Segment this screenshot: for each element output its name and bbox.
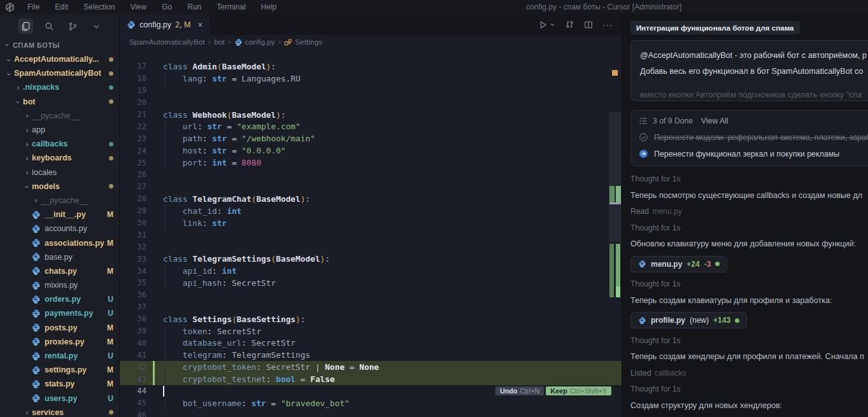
editor-scrollbar-thumb[interactable] bbox=[609, 112, 622, 242]
undo-shortcut: Ctrl+N bbox=[520, 387, 539, 395]
tree-item-app[interactable]: ›app bbox=[0, 123, 119, 137]
code-line[interactable]: 31 bbox=[120, 229, 622, 241]
code-line[interactable]: 37 bbox=[120, 301, 622, 313]
code-line[interactable]: 35 api_hash: SecretStr bbox=[120, 277, 622, 289]
chat-thread-title[interactable]: Интеграция функционала ботов для спама bbox=[630, 21, 800, 34]
code-line[interactable]: 39 token: SecretStr bbox=[120, 325, 622, 337]
tab-config-py[interactable]: config.py 2, M × bbox=[120, 14, 210, 35]
code-line[interactable]: 19 bbox=[120, 85, 622, 97]
code-line[interactable]: 28class TelegramChat(BaseModel): bbox=[120, 193, 622, 205]
code-line[interactable]: 36 bbox=[120, 289, 622, 301]
code-line[interactable]: 32 bbox=[120, 241, 622, 253]
tree-item-stats.py[interactable]: stats.pyM bbox=[0, 377, 119, 391]
git-modified-dot bbox=[109, 142, 113, 146]
code-line[interactable]: 45 bot_username: str = "bravedev_bot" bbox=[120, 397, 622, 409]
split-editor-icon[interactable] bbox=[584, 20, 593, 29]
line-number: 28 bbox=[120, 194, 146, 203]
breadcrumb-item-config.py[interactable]: config.py bbox=[234, 38, 275, 46]
user-message-card[interactable]: @AcceptAutomaticallyBot - это рабочий бо… bbox=[630, 40, 868, 101]
open-changes-icon[interactable] bbox=[565, 20, 574, 29]
tree-item-chats.py[interactable]: chats.pyM bbox=[0, 264, 119, 278]
code-line[interactable]: 34 api_id: int bbox=[120, 265, 622, 277]
file-change-chip[interactable]: profile.py(new)+143 bbox=[630, 312, 747, 329]
keep-button[interactable]: KeepCtrl+Shift+Y bbox=[546, 386, 611, 395]
file-change-chip[interactable]: menu.py+24-3 bbox=[630, 256, 727, 272]
code-line[interactable]: 26 bbox=[120, 169, 622, 181]
menu-file[interactable]: File bbox=[27, 3, 39, 11]
code-line[interactable]: 23 path: str = "/webhook/main" bbox=[120, 132, 622, 145]
breadcrumb-item-spamautomaticallybot[interactable]: SpamAutomaticallyBot bbox=[129, 38, 205, 46]
tree-item-settings.py[interactable]: settings.pyM bbox=[0, 363, 119, 377]
tree-item-label: app bbox=[32, 125, 45, 134]
files-icon[interactable] bbox=[18, 18, 33, 34]
tree-item-posts.py[interactable]: posts.pyM bbox=[0, 321, 119, 335]
tree-item-associations.py[interactable]: associations.pyM bbox=[0, 236, 119, 250]
todo-view-all-link[interactable]: View All bbox=[701, 117, 728, 125]
code-line[interactable]: 41 telegram: TelegramSettings bbox=[120, 349, 622, 361]
breadcrumb-label: bot bbox=[214, 38, 224, 46]
code-area[interactable]: 17class Admin(BaseModel):18 lang: str = … bbox=[120, 60, 622, 417]
search-icon[interactable] bbox=[41, 18, 57, 34]
close-icon[interactable]: × bbox=[197, 20, 203, 30]
code-line[interactable]: 18 lang: str = Languages.RU bbox=[120, 73, 622, 85]
tree-item-rental.py[interactable]: rental.pyU bbox=[0, 349, 119, 363]
source-control-icon[interactable] bbox=[65, 18, 80, 34]
breadcrumb-item-bot[interactable]: bot bbox=[214, 38, 224, 46]
menu-view[interactable]: View bbox=[130, 3, 146, 11]
breadcrumb-item-settings[interactable]: Settings bbox=[284, 38, 322, 46]
tree-item-locales[interactable]: ›locales bbox=[0, 166, 119, 180]
menu-run[interactable]: Run bbox=[187, 3, 201, 11]
code-line[interactable]: 24 host: str = "0.0.0.0" bbox=[120, 145, 622, 157]
tree-item-mixins.py[interactable]: mixins.py bbox=[0, 278, 119, 292]
code-line[interactable]: 44UndoCtrl+NKeepCtrl+Shift+Y bbox=[120, 385, 622, 397]
tree-item-proxies.py[interactable]: proxies.pyM bbox=[0, 335, 119, 349]
menu-selection[interactable]: Selection bbox=[83, 3, 115, 11]
tree-item-bot[interactable]: ›bot bbox=[0, 95, 119, 109]
line-number: 27 bbox=[120, 182, 146, 191]
code-line[interactable]: 30 link: str bbox=[120, 217, 622, 229]
code-line[interactable]: 33class TelegramSettings(BaseModel): bbox=[120, 253, 622, 265]
tree-item-base.py[interactable]: base.py bbox=[0, 250, 119, 264]
code-line[interactable]: 46 bbox=[120, 409, 622, 417]
menu-terminal[interactable]: Terminal bbox=[217, 3, 245, 11]
tree-item-payments.py[interactable]: payments.pyU bbox=[0, 306, 119, 320]
more-actions-icon[interactable]: ··· bbox=[602, 20, 613, 30]
tree-item-__pycache__[interactable]: ›__pycache__ bbox=[0, 194, 119, 208]
tree-item-accounts.py[interactable]: accounts.py bbox=[0, 222, 119, 236]
tree-item-services[interactable]: ›services bbox=[0, 406, 119, 417]
code-line[interactable]: 40 database_url: SecretStr bbox=[120, 337, 622, 349]
tree-item-label: proxies.py bbox=[45, 337, 85, 346]
tree-item-AcceptAutomatically...[interactable]: ›AcceptAutomatically... bbox=[0, 52, 119, 66]
tree-item-users.py[interactable]: users.pyU bbox=[0, 392, 119, 406]
tree-item-orders.py[interactable]: orders.pyU bbox=[0, 292, 119, 306]
code-line[interactable]: 17class Admin(BaseModel): bbox=[120, 60, 622, 73]
tree-item-__pycache__[interactable]: ›__pycache__ bbox=[0, 109, 119, 123]
tree-item-SpamAutomaticallyBot[interactable]: ›SpamAutomaticallyBot bbox=[0, 66, 119, 80]
code-line[interactable]: 38class Settings(BaseSettings): bbox=[120, 313, 622, 325]
git-status-badge: M bbox=[107, 210, 113, 219]
menu-go[interactable]: Go bbox=[162, 3, 172, 11]
tree-item-keyboards[interactable]: ›keyboards bbox=[0, 151, 119, 165]
code-line[interactable]: 27 bbox=[120, 181, 622, 193]
code-line[interactable]: 22 url: str = "example.com" bbox=[120, 120, 622, 132]
editor-tab-bar: config.py 2, M × ··· bbox=[120, 14, 622, 35]
code-line[interactable]: 20 bbox=[120, 97, 622, 109]
keep-label: Keep bbox=[550, 387, 567, 395]
line-number: 31 bbox=[120, 230, 146, 239]
code-line[interactable]: 43 cryptobot_testnet: bool = False bbox=[120, 373, 622, 385]
code-line[interactable]: 25 port: int = 8080 bbox=[120, 157, 622, 169]
explorer-section-header[interactable]: › СПАМ БОТЫ bbox=[0, 37, 119, 51]
menu-help[interactable]: Help bbox=[261, 3, 277, 11]
tree-item-.nixpacks[interactable]: ›.nixpacks bbox=[0, 80, 119, 94]
code-line[interactable]: 42 cryptobot_token: SecretStr | None = N… bbox=[120, 361, 622, 373]
tree-item-models[interactable]: ›models bbox=[0, 180, 119, 194]
git-modified-dot bbox=[109, 410, 113, 414]
tree-item-callbacks[interactable]: ›callbacks bbox=[0, 137, 119, 151]
undo-button[interactable]: UndoCtrl+N bbox=[495, 386, 544, 395]
run-icon[interactable] bbox=[539, 20, 555, 29]
code-line[interactable]: 21class Webhook(BaseModel): bbox=[120, 109, 622, 121]
code-line[interactable]: 29 chat_id: int bbox=[120, 205, 622, 217]
tree-item-__init__.py[interactable]: __init__.pyM bbox=[0, 208, 119, 222]
chevron-down-icon[interactable] bbox=[89, 18, 104, 34]
menu-edit[interactable]: Edit bbox=[55, 3, 68, 11]
